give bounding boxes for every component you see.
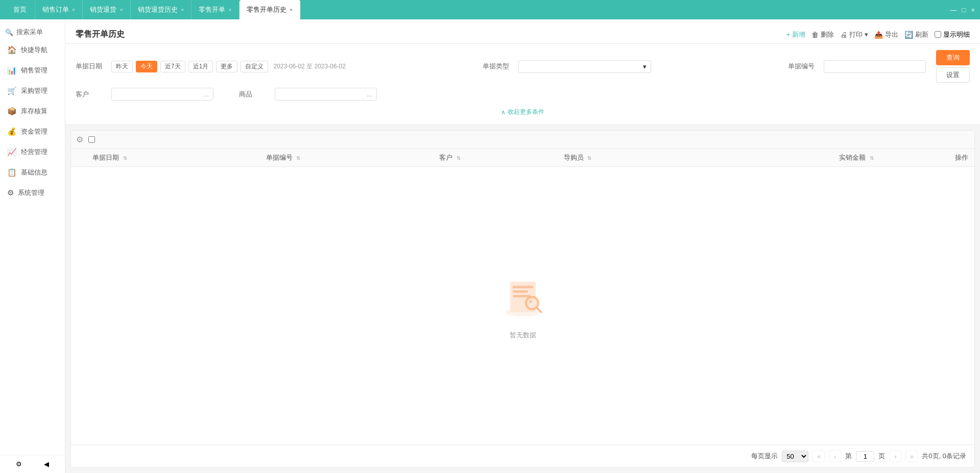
svg-rect-4 [513,295,531,297]
page-size-label: 每页显示 [751,452,778,461]
home-icon: 🏠 [7,45,17,55]
window-controls: — □ × [950,6,975,14]
th-customer[interactable]: 客户 ⇅ [433,149,557,167]
th-actions: 操作 [880,149,974,167]
th-checkbox [71,149,86,167]
customer-label: 客户 [76,90,106,99]
th-no[interactable]: 单据编号 ⇅ [260,149,434,167]
display-cols-checkbox[interactable] [935,31,941,38]
next-page-btn[interactable]: › [889,450,901,462]
bill-type-select[interactable]: ▾ [518,60,651,73]
search-icon: 🔍 [5,29,13,36]
empty-illustration [497,271,548,322]
th-salesperson[interactable]: 导购员 ⇅ [558,149,706,167]
table-settings-icon[interactable]: ⚙ [76,135,83,144]
window-min-btn[interactable]: — [950,6,957,14]
table-header-row: 单据日期 ⇅ 单据编号 ⇅ 客户 ⇅ 导购员 ⇅ [71,149,974,167]
sidebar-item-purchase-mgmt[interactable]: 🛒 采购管理 [2,81,63,101]
sidebar-item-finance[interactable]: 💰 资金管理 [2,122,63,141]
page-title: 零售开单历史 [76,29,125,40]
goods-picker-icon[interactable]: ... [367,90,372,98]
print-icon: 🖨 [840,31,847,39]
date-range-display: 2023-06-02 至 2023-06-02 [273,62,345,71]
first-page-btn[interactable]: « [812,450,825,462]
tab-sales-return-close[interactable]: × [119,7,123,13]
tab-retail-open-history-close[interactable]: × [290,7,293,13]
tab-sales-order-close[interactable]: × [72,7,75,13]
print-button[interactable]: 🖨 打印 ▾ [840,30,868,39]
sidebar-search[interactable]: 🔍 搜索采单 [0,24,65,40]
sidebar-item-inventory[interactable]: 📦 库存核算 [2,102,63,121]
tab-sales-return[interactable]: 销货退货 × [83,0,130,19]
tab-home[interactable]: 首页 [5,0,35,19]
display-cols-toggle[interactable]: 显示明细 [935,30,970,39]
delete-icon: 🗑 [811,31,819,39]
sales-icon: 📊 [7,66,17,75]
collapse-icon: ∧ [501,109,506,116]
date-btn-more[interactable]: 更多 [216,61,237,72]
sidebar-settings-btn[interactable]: ⚙ [16,460,22,468]
date-btn-today[interactable]: 今天 [136,61,157,72]
th-date[interactable]: 单据日期 ⇅ [86,149,260,167]
sort-no-icon: ⇅ [296,155,300,161]
query-button[interactable]: 查询 [936,50,970,65]
bill-no-label: 单据编号 [788,62,819,71]
sidebar-item-system[interactable]: ⚙ 系统管理 [2,183,63,203]
bill-type-label: 单据类型 [483,62,513,71]
system-icon: ⚙ [7,188,14,197]
date-btn-1month[interactable]: 近1月 [188,61,213,72]
sidebar-item-operations[interactable]: 📈 经营管理 [2,142,63,162]
svg-point-8 [529,300,532,303]
th-amount[interactable]: 实销金额 ⇅ [706,149,880,167]
page-number-input[interactable] [856,451,874,462]
tab-retail-open[interactable]: 零售开单 × [192,0,239,19]
sidebar-item-basic-info[interactable]: 📋 基础信息 [2,163,63,182]
svg-rect-3 [513,290,528,293]
goods-label: 商品 [239,90,270,99]
pagination: 每页显示 50 100 200 « ‹ 第 页 › [71,444,974,467]
sort-date-icon: ⇅ [123,155,127,161]
tab-retail-open-history[interactable]: 零售开单历史 × [240,0,300,19]
date-label: 单据日期 [76,62,106,71]
settings-button[interactable]: 设置 [936,67,970,83]
refresh-icon: 🔄 [904,31,913,39]
export-icon: 📤 [874,31,883,39]
tab-retail-open-close[interactable]: × [228,7,231,13]
date-btn-7days[interactable]: 近7天 [160,61,185,72]
date-btn-yesterday[interactable]: 昨天 [111,61,133,72]
window-close-btn[interactable]: × [971,6,975,14]
prev-page-btn[interactable]: ‹ [829,450,841,462]
tab-sales-order[interactable]: 销售订单 × [35,0,83,19]
purchase-icon: 🛒 [7,86,17,95]
collapse-more-btn[interactable]: ∧ 收起更多条件 [76,106,970,118]
delete-button[interactable]: 🗑 删除 [811,30,834,39]
export-button[interactable]: 📤 导出 [874,30,898,39]
sidebar-collapse-btn[interactable]: ◀ [44,460,49,468]
bill-no-input[interactable] [824,60,926,73]
filter-row-1: 单据日期 昨天 今天 近7天 近1月 更多 自定义 2023-06-02 至 2… [76,50,970,83]
window-max-btn[interactable]: □ [962,6,966,14]
sidebar-item-sales-mgmt[interactable]: 📊 销售管理 [2,61,63,80]
date-buttons: 昨天 今天 近7天 近1月 更多 自定义 [111,61,268,72]
empty-text: 暂无数据 [510,331,536,340]
filter-area: 单据日期 昨天 今天 近7天 近1月 更多 自定义 2023-06-02 至 2… [65,44,980,125]
goods-input[interactable]: ... [275,88,377,101]
customer-input[interactable]: ... [111,88,213,101]
sort-amount-icon: ⇅ [870,155,874,161]
bill-type-dropdown-icon: ▾ [643,63,647,70]
last-page-btn[interactable]: » [905,450,918,462]
page-header: 零售开单历史 + 新增 🗑 删除 🖨 打印 ▾ 📤 导出 [65,19,980,44]
refresh-button[interactable]: 🔄 刷新 [904,30,928,39]
table-select-all-checkbox[interactable] [88,136,95,143]
basic-info-icon: 📋 [7,168,17,177]
filter-row-2: 客户 ... 商品 ... [76,88,970,101]
sidebar-item-quick-nav[interactable]: 🏠 快捷导航 [2,40,63,60]
tab-sales-return-history[interactable]: 销货退货历史 × [131,0,192,19]
inventory-icon: 📦 [7,107,17,116]
date-btn-custom[interactable]: 自定义 [241,61,268,72]
new-button[interactable]: + 新增 [786,30,805,39]
tab-sales-return-history-close[interactable]: × [181,7,184,13]
page-size-select[interactable]: 50 100 200 [782,451,808,462]
print-dropdown-icon[interactable]: ▾ [865,31,868,38]
customer-picker-icon[interactable]: ... [203,90,209,98]
